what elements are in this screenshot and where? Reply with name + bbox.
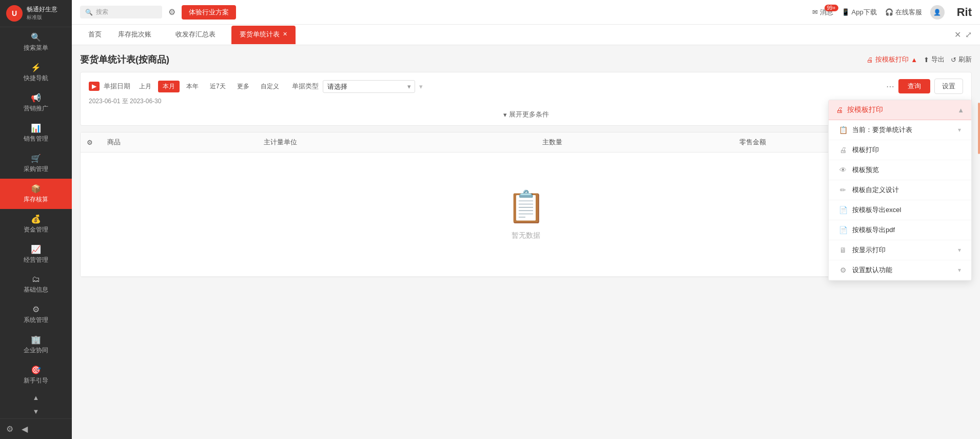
app-download-action[interactable]: 📱 App下载 bbox=[841, 8, 877, 17]
sidebar-item-search[interactable]: 🔍 搜索菜单 bbox=[0, 27, 72, 58]
date-btn-近7天[interactable]: 近7天 bbox=[205, 81, 230, 92]
sidebar-scroll-down[interactable]: ▼ bbox=[0, 405, 72, 418]
date-btn-本月[interactable]: 本月 bbox=[158, 81, 180, 92]
page-title: 要货单统计表(按商品) bbox=[80, 53, 169, 66]
settings-icon[interactable]: ⚙ bbox=[6, 424, 13, 434]
tab-batch[interactable]: 库存批次账✕ bbox=[110, 26, 167, 44]
tab-bar: 首页库存批次账✕收发存汇总表✕要货单统计表✕ ✕ ⤢ bbox=[72, 25, 980, 45]
chevron-up-close-icon[interactable]: ▲ bbox=[957, 106, 964, 114]
dropdown-header-left: 🖨 按模板打印 bbox=[836, 105, 883, 114]
page-header: 要货单统计表(按商品) 🖨 按模板打印 ▲ ⬆ 导出 ↺ 刷新 bbox=[80, 53, 972, 66]
dropdown-item-template_print[interactable]: 🖨 模板打印 bbox=[829, 140, 971, 160]
col-unit: 主计量单位 bbox=[258, 132, 536, 152]
date-btn-更多[interactable]: 更多 bbox=[232, 81, 254, 92]
dropdown-label-template_print: 模板打印 bbox=[852, 145, 879, 155]
messages-action[interactable]: ✉ 消息 99+ bbox=[812, 8, 833, 17]
group-label-display_print: 按显示打印 bbox=[852, 245, 886, 255]
sidebar-item-marketing[interactable]: 📢 营销推广 bbox=[0, 88, 72, 118]
export-icon: ⬆ bbox=[924, 56, 929, 64]
gear-icon[interactable]: ⚙ bbox=[168, 7, 175, 17]
tab-summary[interactable]: 收发存汇总表✕ bbox=[167, 26, 231, 44]
export-button[interactable]: ⬆ 导出 bbox=[924, 55, 945, 64]
vertical-scrollbar[interactable] bbox=[978, 103, 980, 154]
dropdown-header-title: 按模板打印 bbox=[847, 105, 883, 114]
sidebar-icon-basic: 🗂 bbox=[32, 275, 40, 284]
tab-close-order_stats[interactable]: ✕ bbox=[283, 31, 287, 37]
print-template-button[interactable]: 🖨 按模板打印 ▲ bbox=[867, 55, 917, 64]
sidebar-icon-system: ⚙ bbox=[32, 304, 40, 314]
expand-label: 展开更多条件 bbox=[509, 110, 549, 119]
expand-arrow-icon[interactable]: ▶ bbox=[89, 82, 100, 91]
experience-button[interactable]: 体验行业方案 bbox=[182, 5, 236, 20]
download-icon: 📱 bbox=[841, 8, 850, 16]
sidebar-label-sales: 销售管理 bbox=[24, 135, 48, 143]
message-badge: 99+ bbox=[825, 5, 838, 11]
current-template-item[interactable]: 📋 当前：要货单统计表 ▾ bbox=[829, 120, 971, 140]
sidebar-item-finance[interactable]: 💰 资金管理 bbox=[0, 209, 72, 239]
sidebar-item-operation[interactable]: 📈 经营管理 bbox=[0, 239, 72, 270]
group-chevron-display_print: ▾ bbox=[958, 246, 961, 254]
dropdown-header[interactable]: 🖨 按模板打印 ▲ bbox=[829, 100, 971, 120]
settings-filter-button[interactable]: 设置 bbox=[934, 79, 963, 94]
app-download-label: App下载 bbox=[852, 8, 877, 17]
dropdown-item-template_preview[interactable]: 👁 模板预览 bbox=[829, 160, 971, 180]
sidebar-scroll-up[interactable]: ▲ bbox=[0, 391, 72, 405]
sidebar-icon-enterprise: 🏢 bbox=[31, 335, 41, 345]
sidebar-item-enterprise[interactable]: 🏢 企业协同 bbox=[0, 330, 72, 360]
group-left-default_func: ⚙ 设置默认功能 bbox=[839, 265, 892, 275]
sidebar-icon-guide: 🎯 bbox=[31, 365, 41, 375]
date-filter-label: 单据日期 bbox=[104, 82, 130, 91]
dropdown-icon-template_print: 🖨 bbox=[839, 146, 847, 154]
tab-close-batch[interactable]: ✕ bbox=[154, 31, 159, 37]
tab-label-order_stats: 要货单统计表 bbox=[240, 30, 280, 39]
content-area: 要货单统计表(按商品) 🖨 按模板打印 ▲ ⬆ 导出 ↺ 刷新 bbox=[72, 45, 980, 439]
expand-icon: ▾ bbox=[503, 111, 507, 119]
online-service-action[interactable]: 🎧 在线客服 bbox=[885, 8, 922, 17]
date-buttons: 上月本月本年近7天更多自定义 bbox=[134, 81, 284, 92]
col-product: 商品 bbox=[101, 132, 258, 152]
online-service-label: 在线客服 bbox=[895, 8, 922, 17]
app-logo: U 畅通好生意 标准版 bbox=[0, 0, 72, 27]
user-avatar[interactable]: 👤 bbox=[930, 5, 945, 20]
tab-label-summary: 收发存汇总表 bbox=[175, 30, 215, 39]
dropdown-label-export_pdf: 按模板导出pdf bbox=[852, 225, 895, 235]
sidebar-item-basic[interactable]: 🗂 基础信息 bbox=[0, 270, 72, 299]
maximize-window-icon[interactable]: ⤢ bbox=[965, 30, 972, 40]
tab-home[interactable]: 首页 bbox=[80, 26, 110, 44]
close-window-icon[interactable]: ✕ bbox=[954, 30, 961, 40]
dropdown-item-template_design[interactable]: ✏ 模板自定义设计 bbox=[829, 180, 971, 200]
sidebar-bottom: ⚙ ◀ bbox=[0, 418, 72, 439]
sidebar-item-shortcut[interactable]: ⚡ 快捷导航 bbox=[0, 58, 72, 88]
dropdown-label-template_preview: 模板预览 bbox=[852, 165, 879, 175]
user-name[interactable]: Rit bbox=[957, 6, 972, 19]
refresh-button[interactable]: ↺ 刷新 bbox=[951, 55, 972, 64]
sidebar-label-purchase: 采购管理 bbox=[24, 165, 48, 174]
col-settings[interactable]: ⚙ bbox=[81, 132, 101, 152]
window-buttons: ✕ ⤢ bbox=[954, 30, 972, 40]
tab-close-summary[interactable]: ✕ bbox=[219, 31, 223, 37]
date-btn-上月[interactable]: 上月 bbox=[134, 81, 156, 92]
col-quantity: 主数量 bbox=[536, 132, 733, 152]
sidebar-label-system: 系统管理 bbox=[24, 316, 48, 325]
sidebar-item-purchase[interactable]: 🛒 采购管理 bbox=[0, 148, 72, 179]
dropdown-group-display_print[interactable]: 🖥 按显示打印 ▾ bbox=[829, 240, 971, 260]
dropdown-group-default_func[interactable]: ⚙ 设置默认功能 ▾ bbox=[829, 260, 971, 280]
tab-label-home: 首页 bbox=[88, 30, 102, 39]
tab-label-batch: 库存批次账 bbox=[118, 30, 151, 39]
sidebar-item-system[interactable]: ⚙ 系统管理 bbox=[0, 299, 72, 330]
dropdown-item-export_excel[interactable]: 📄 按模板导出excel bbox=[829, 200, 971, 220]
date-btn-本年[interactable]: 本年 bbox=[182, 81, 203, 92]
query-button[interactable]: 查询 bbox=[898, 79, 930, 93]
dropdown-item-export_pdf[interactable]: 📄 按模板导出pdf bbox=[829, 220, 971, 240]
top-search[interactable]: 🔍 搜索 bbox=[80, 6, 162, 18]
page-actions: 🖨 按模板打印 ▲ ⬆ 导出 ↺ 刷新 bbox=[867, 55, 972, 64]
sidebar-item-guide[interactable]: 🎯 新手引导 bbox=[0, 360, 72, 390]
sidebar-item-sales[interactable]: 📊 销售管理 bbox=[0, 118, 72, 148]
sidebar-item-inventory[interactable]: 📦 库存核算 bbox=[0, 179, 72, 209]
tab-order_stats[interactable]: 要货单统计表✕ bbox=[231, 26, 296, 44]
more-options-icon[interactable]: ⋯ bbox=[886, 82, 894, 91]
type-select[interactable]: 请选择 bbox=[323, 80, 415, 93]
refresh-label: 刷新 bbox=[958, 55, 972, 64]
date-btn-自定义[interactable]: 自定义 bbox=[256, 81, 284, 92]
collapse-icon[interactable]: ◀ bbox=[22, 424, 28, 434]
